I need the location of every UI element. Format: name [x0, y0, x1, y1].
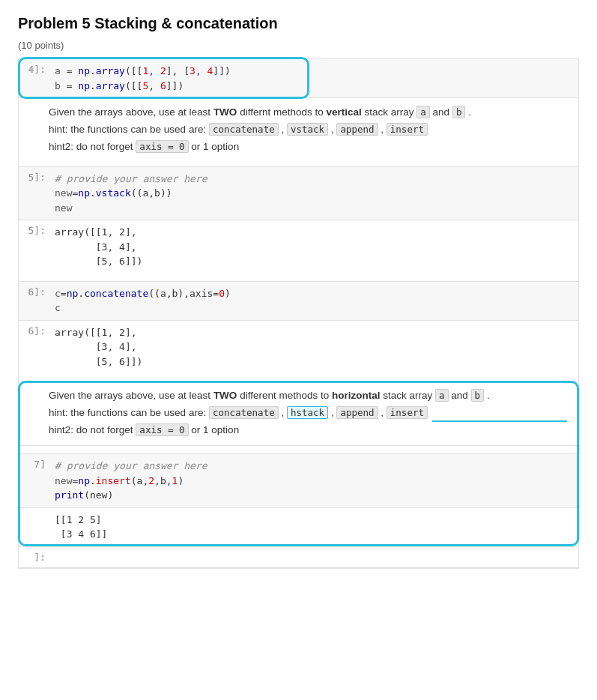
cell4-wrapper: 4]: a = np.array([[1, 2], [3, 4]]) b = n…	[18, 58, 579, 97]
gap3	[18, 373, 579, 381]
text-block-2: Given the arrays above, use at least TWO…	[18, 381, 579, 446]
cell7-line3: print(new)	[55, 488, 572, 503]
text1-hint1: hint: the functions can be used are: con…	[49, 121, 578, 139]
cell6a-line2: c	[55, 301, 572, 316]
text2-hint1: hint: the functions can be used are: con…	[49, 405, 572, 422]
text1-hint2: hint2: do not forget axis = 0 or 1 optio…	[49, 139, 578, 156]
page-container: Problem 5 Stacking & concatenation (10 p…	[18, 15, 579, 569]
gap4	[18, 446, 579, 453]
cell7-output-label	[19, 508, 49, 546]
cell7-output-text: [[1 2 5] [3 4 6]]	[55, 513, 572, 542]
page-title: Problem 5 Stacking & concatenation	[18, 15, 579, 32]
cell5b-content: array([[1, 2], [3, 4], [5, 6]])	[49, 220, 578, 274]
cell8-input: ]:	[18, 546, 579, 568]
cell6a-input: 6]: c=np.concatenate((a,b),axis=0) c	[18, 281, 579, 320]
gap1	[18, 159, 579, 166]
cell8-label: ]:	[19, 547, 49, 567]
cell4-label: 4]:	[19, 59, 49, 97]
gap2	[18, 274, 579, 281]
cell4-content: a = np.array([[1, 2], [3, 4]]) b = np.ar…	[49, 59, 578, 97]
cell6b-label: 6]:	[19, 321, 49, 374]
text-block-2-wrapper: Given the arrays above, use at least TWO…	[18, 381, 579, 546]
cell6a-label: 6]:	[19, 282, 49, 320]
cell4-line1: a = np.array([[1, 2], [3, 4]])	[55, 64, 572, 79]
cell7-output-content: [[1 2 5] [3 4 6]]	[49, 508, 578, 546]
cell6a-line1: c=np.concatenate((a,b),axis=0)	[55, 286, 572, 301]
cell6a-content: c=np.concatenate((a,b),axis=0) c	[49, 282, 578, 320]
cell7-comment: # provide your answer here	[55, 459, 572, 474]
text2-hint2: hint2: do not forget axis = 0 or 1 optio…	[49, 422, 572, 439]
text1-line1: Given the arrays above, use at least TWO…	[49, 104, 578, 121]
cell5b-output-text: array([[1, 2], [3, 4], [5, 6]])	[55, 225, 572, 269]
last-border	[18, 568, 579, 569]
cell4-line2: b = np.array([[5, 6]])	[55, 79, 572, 94]
cell6b-output: 6]: array([[1, 2], [3, 4], [5, 6]])	[18, 320, 579, 374]
cell6b-output-text: array([[1, 2], [3, 4], [5, 6]])	[55, 325, 572, 369]
cell5b-output: 5]: array([[1, 2], [3, 4], [5, 6]])	[18, 220, 579, 274]
cell5a-line3: new	[55, 201, 572, 216]
text2-line1: Given the arrays above, use at least TWO…	[49, 387, 572, 405]
cell8-content	[49, 547, 578, 567]
cell5a-label: 5]:	[19, 167, 49, 220]
cell4-input: 4]: a = np.array([[1, 2], [3, 4]]) b = n…	[18, 58, 579, 97]
cell5a-input: 5]: # provide your answer here new=np.vs…	[18, 166, 579, 220]
cell5a-comment: # provide your answer here	[55, 172, 572, 187]
cell7-input: 7] # provide your answer here new=np.ins…	[18, 453, 579, 507]
cell5b-label: 5]:	[19, 220, 49, 274]
points-label: (10 points)	[18, 40, 579, 51]
cell7-line2: new=np.insert(a,2,b,1)	[55, 474, 572, 489]
cell5a-content: # provide your answer here new=np.vstack…	[49, 167, 578, 220]
cell5a-line2: new=np.vstack((a,b))	[55, 186, 572, 201]
cell7-output: [[1 2 5] [3 4 6]]	[18, 507, 579, 546]
cell6b-content: array([[1, 2], [3, 4], [5, 6]])	[49, 321, 578, 374]
cell7-label: 7]	[19, 454, 49, 507]
text-block-1: Given the arrays above, use at least TWO…	[18, 97, 579, 159]
cell7-content: # provide your answer here new=np.insert…	[49, 454, 578, 507]
